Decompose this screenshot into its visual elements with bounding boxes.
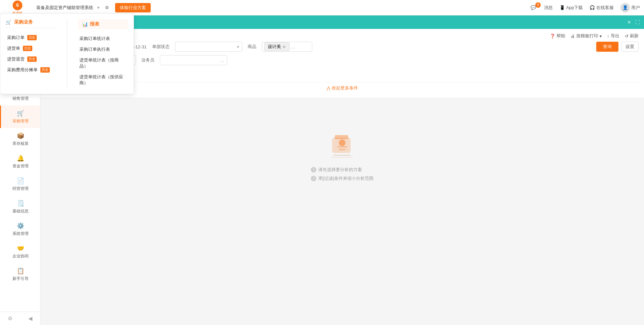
settings-icon[interactable]: ⚙ <box>105 5 109 10</box>
inbound-stat-supplier-label: 进货单统计表（按供应商） <box>79 74 127 86</box>
filter-row-1: 日期 最近7天 更多 自定义 - 2024-12-31 单据状态 ▾ 商品 <box>46 42 639 52</box>
purchase-business-header: 🛒 采购业务 <box>40 19 56 28</box>
print-button[interactable]: 🖨 按模板打印 ▾ <box>571 33 602 39</box>
toolbar-row: ❓ 帮助 🖨 按模板打印 ▾ ↑ 导出 ↺ 刷新 <box>46 33 639 39</box>
collapse-button[interactable]: ⋀ 收起更多条件 <box>46 82 639 94</box>
product-input[interactable]: 设计美 ✕ … <box>262 42 312 52</box>
sidebar-collapse-icon[interactable]: ◀ <box>28 315 32 322</box>
salesperson-input[interactable]: … <box>160 55 227 65</box>
inbound-stat-supplier-item[interactable]: 进货单统计表（按供应商） <box>78 72 129 88</box>
filter-settings-button[interactable]: 设置 <box>621 42 639 52</box>
logo-area: 6 标准版 <box>4 0 31 15</box>
query-button[interactable]: 查询 <box>596 42 618 52</box>
inbound-order-item[interactable]: 进货单 历史 <box>40 43 56 54</box>
salesperson-ellipsis[interactable]: … <box>220 58 224 63</box>
refresh-button[interactable]: ↺ 刷新 <box>625 33 639 39</box>
refresh-label: 刷新 <box>630 33 639 39</box>
empty-tip-2: 2 用[过滤]条件来缩小分析范围 <box>311 174 373 183</box>
sidebar-item-finance[interactable]: 🔔 资金管理 <box>0 151 40 173</box>
empty-tip-1: 1 请先选择要分析的方案 <box>311 165 373 174</box>
salesperson-label: 业务员 <box>141 57 154 63</box>
document-status-label: 单据状态 <box>152 44 170 50</box>
export-icon: ↑ <box>607 34 610 39</box>
sidebar-item-basic-info-label: 基础信息 <box>12 208 29 214</box>
sidebar-item-operations[interactable]: 📄 经营管理 <box>0 173 40 196</box>
tab-window-close-icon[interactable]: ✕ <box>627 19 631 25</box>
menu-divider <box>67 19 67 88</box>
empty-state: 1 请先选择要分析的方案 2 用[过滤]条件来缩小分析范围 <box>40 101 644 210</box>
message-label: 消息 <box>544 5 553 11</box>
message-item[interactable]: 💬 9 消息 <box>531 5 553 11</box>
purchase-expense-badge: 历史 <box>40 67 50 73</box>
message-badge: 9 <box>535 2 541 8</box>
phone-icon: 📱 <box>560 5 565 10</box>
sidebar-item-system[interactable]: ⚙️ 系统管理 <box>0 218 40 241</box>
help-icon: ❓ <box>550 34 555 39</box>
filter-row-3: 客户 … <box>46 69 639 79</box>
user-item[interactable]: 👤 用户 <box>620 3 640 12</box>
basic-info-icon: 🗒️ <box>17 200 24 207</box>
document-status-dropdown: ▾ <box>237 44 239 49</box>
headset-icon: 🎧 <box>589 5 595 10</box>
purchase-order-stat-label: 采购订单统计表 <box>79 36 110 42</box>
empty-tips: 1 请先选择要分析的方案 2 用[过滤]条件来缩小分析范围 <box>311 165 373 183</box>
purchase-report-label: 报表 <box>90 21 99 27</box>
sidebar-bottom: ⚙ ◀ <box>0 312 40 325</box>
help-button[interactable]: ❓ 帮助 <box>550 33 565 39</box>
logo-icon: 6 <box>12 0 23 11</box>
product-ellipsis[interactable]: … <box>291 44 295 49</box>
purchase-report-icon: 📊 <box>82 22 88 27</box>
user-label: 用户 <box>631 5 640 11</box>
system-icon: ⚙️ <box>17 222 24 230</box>
user-avatar: 👤 <box>620 3 630 12</box>
system-name: 装备及固定资产辅助管理系统 <box>36 5 93 11</box>
sidebar-item-finance-label: 资金管理 <box>12 163 29 169</box>
product-tag-close[interactable]: ✕ <box>282 44 286 49</box>
document-status-input[interactable]: ▾ <box>175 42 242 52</box>
sidebar-item-purchase[interactable]: 🛒 采购管理 <box>0 106 40 128</box>
purchase-order-exec-label: 采购订单执行表 <box>79 46 110 52</box>
system-dropdown-arrow[interactable]: ▾ <box>97 5 100 10</box>
purchase-icon: 🛒 <box>17 110 24 117</box>
print-dropdown-arrow: ▾ <box>600 34 602 39</box>
svg-text:6: 6 <box>16 2 19 8</box>
content-area: 首页 销售排行榜 ✕ ✕ ⛶ ❓ 帮助 <box>40 15 644 325</box>
collapse-label: 收起更多条件 <box>332 85 358 91</box>
sidebar-item-enterprise[interactable]: 🤝 企业协同 <box>0 241 40 263</box>
export-button[interactable]: ↑ 导出 <box>607 33 620 39</box>
sidebar-item-guide-label: 新手引导 <box>12 276 29 282</box>
purchase-order-exec-item[interactable]: 采购订单执行表 <box>78 44 129 55</box>
purchase-report-header: 📊 报表 <box>78 19 129 29</box>
guide-icon: 📋 <box>17 267 24 275</box>
sidebar-item-inventory[interactable]: 📦 库存核算 <box>0 128 40 151</box>
sidebar-item-operations-label: 经营管理 <box>12 186 29 192</box>
sidebar-settings-icon[interactable]: ⚙ <box>8 315 12 322</box>
trial-button[interactable]: 体验行业方案 <box>115 3 151 12</box>
purchase-order-stat-item[interactable]: 采购订单统计表 <box>78 33 129 44</box>
online-service-label: 在线客服 <box>596 5 614 11</box>
sidebar-item-sales-label: 销售管理 <box>12 96 29 101</box>
online-service-item[interactable]: 🎧 在线客服 <box>589 5 614 11</box>
svg-rect-3 <box>335 135 348 139</box>
purchase-order-item[interactable]: 采购订单 历史 <box>40 32 56 43</box>
inbound-return-item[interactable]: 进货退货 历史 <box>40 54 56 65</box>
print-label: 按模板打印 <box>576 33 598 39</box>
app-download-label: App下载 <box>566 5 583 11</box>
purchase-expense-item[interactable]: 采购费用分摊单 历史 <box>40 65 56 75</box>
sidebar-item-basic-info[interactable]: 🗒️ 基础信息 <box>0 196 40 218</box>
inbound-stat-product-label: 进货单统计表（按商品） <box>79 57 127 69</box>
product-label: 商品 <box>248 44 256 50</box>
main-layout: 🔍 搜索菜单 🏠 快捷导航 📢 营销推广 💰 销售管理 🛒 采购管理 📦 库存核… <box>0 15 644 325</box>
refresh-icon: ↺ <box>625 34 629 39</box>
sidebar-item-guide[interactable]: 📋 新手引导 <box>0 263 40 286</box>
filter-row-2: 排名项目 金额 ▾ 业务员 … <box>46 55 639 65</box>
operations-icon: 📄 <box>17 177 24 185</box>
app-download-item[interactable]: 📱 App下载 <box>560 5 583 11</box>
svg-rect-5 <box>337 146 347 148</box>
product-tag: 设计美 ✕ <box>264 42 290 51</box>
tab-fullscreen-icon[interactable]: ⛶ <box>635 19 640 25</box>
purchase-business-col: 🛒 采购业务 采购订单 历史 进货单 历史 进货退货 历史 采购费用分摊单 <box>40 19 56 88</box>
inbound-stat-product-item[interactable]: 进货单统计表（按商品） <box>78 55 129 72</box>
sidebar-item-system-label: 系统管理 <box>12 231 29 237</box>
sidebar-item-purchase-label: 采购管理 <box>12 118 29 124</box>
